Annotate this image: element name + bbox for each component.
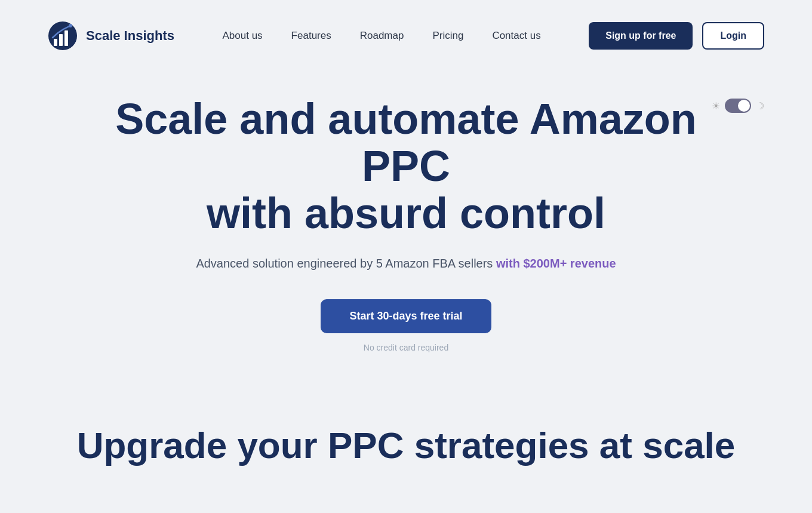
- brand-name: Scale Insights: [86, 28, 174, 44]
- nav-item-pricing[interactable]: Pricing: [432, 30, 463, 42]
- hero-title-line1: Scale and automate Amazon PPC: [115, 95, 697, 190]
- svg-point-4: [69, 24, 72, 27]
- trial-button[interactable]: Start 30-days free trial: [321, 299, 491, 333]
- upgrade-row: [0, 502, 812, 513]
- hero-title: Scale and automate Amazon PPC with absur…: [78, 96, 734, 238]
- hero-subtitle: Advanced solution engineered by 5 Amazon…: [196, 257, 616, 271]
- upgrade-section: Upgrade your PPC strategies at scale: [0, 388, 812, 502]
- login-button[interactable]: Login: [702, 22, 764, 50]
- nav-link-pricing[interactable]: Pricing: [432, 30, 463, 41]
- hero-section: Scale and automate Amazon PPC with absur…: [0, 72, 812, 388]
- signup-button[interactable]: Sign up for free: [589, 22, 693, 50]
- brand-link[interactable]: Scale Insights: [48, 21, 174, 51]
- upgrade-title: Upgrade your PPC strategies at scale: [48, 424, 764, 466]
- nav-link-about[interactable]: About us: [223, 30, 263, 41]
- nav-link-contact[interactable]: Contact us: [492, 30, 540, 41]
- brand-logo-icon: [48, 21, 78, 51]
- navbar-actions: Sign up for free Login: [589, 22, 764, 50]
- hero-title-line2: with absurd control: [207, 189, 605, 237]
- nav-item-features[interactable]: Features: [291, 30, 331, 42]
- no-credit-text: No credit card required: [364, 343, 448, 352]
- hero-subtitle-highlight: with $200M+ revenue: [496, 257, 616, 270]
- nav-link-roadmap[interactable]: Roadmap: [360, 30, 404, 41]
- nav-link-features[interactable]: Features: [291, 30, 331, 41]
- nav-menu: About us Features Roadmap Pricing Contac…: [223, 30, 541, 42]
- nav-item-contact[interactable]: Contact us: [492, 30, 540, 42]
- svg-rect-3: [64, 30, 68, 46]
- hero-subtitle-plain: Advanced solution engineered by 5 Amazon…: [196, 257, 493, 270]
- navbar: Scale Insights About us Features Roadmap…: [0, 0, 812, 72]
- svg-rect-2: [59, 34, 63, 46]
- nav-item-roadmap[interactable]: Roadmap: [360, 30, 404, 42]
- nav-item-about[interactable]: About us: [223, 30, 263, 42]
- svg-rect-1: [54, 39, 57, 46]
